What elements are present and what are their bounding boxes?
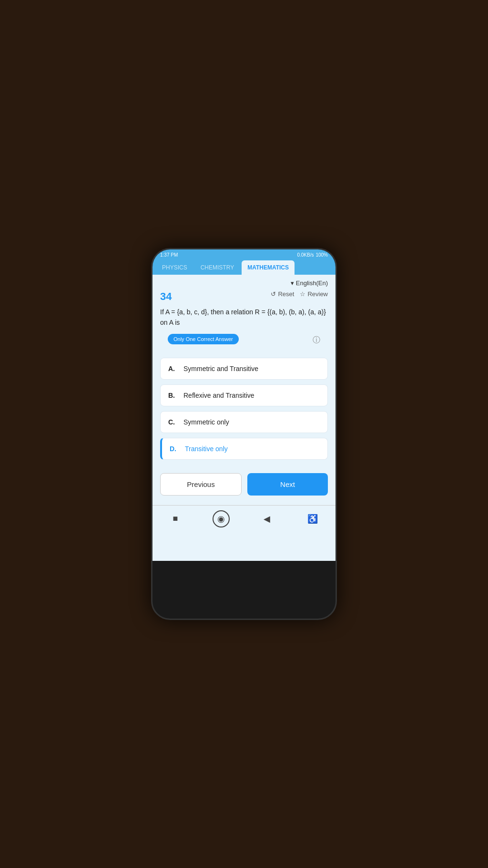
content-area: ▾ English(En) 34 ↺ Reset ☆ Review If A =… <box>152 275 336 561</box>
tab-chemistry[interactable]: CHEMISTRY <box>195 260 240 275</box>
info-icon: ⓘ <box>313 336 320 344</box>
phone-frame: 1:37 PM 0.0KB/s 100% PHYSICS CHEMISTRY M… <box>151 248 337 620</box>
reset-icon: ↺ <box>271 290 276 298</box>
chevron-down-icon: ▾ <box>291 279 294 287</box>
reset-label: Reset <box>278 290 294 298</box>
options-container: A. Symmetric and Transitive B. Reflexive… <box>152 354 336 464</box>
option-a-text: Symmetric and Transitive <box>183 365 258 372</box>
question-text: If A = {a, b, c, d}, then a relation R =… <box>152 303 336 334</box>
bottom-buttons: Previous Next <box>152 464 336 505</box>
signal-info: 0.0KB/s <box>297 252 314 258</box>
question-header: 34 ↺ Reset ☆ Review <box>152 289 336 303</box>
review-label: Review <box>307 290 328 298</box>
tab-physics[interactable]: PHYSICS <box>156 260 193 275</box>
option-c[interactable]: C. Symmetric only <box>160 411 328 433</box>
status-time: 1:37 PM <box>160 252 178 258</box>
info-button[interactable]: ⓘ <box>313 335 320 345</box>
question-number: 34 <box>160 290 172 303</box>
status-right: 0.0KB/s 100% <box>297 252 328 258</box>
language-selector-button[interactable]: ▾ English(En) <box>291 279 328 287</box>
previous-button[interactable]: Previous <box>160 473 242 496</box>
header-actions: ↺ Reset ☆ Review <box>271 290 328 298</box>
option-d-letter: D. <box>170 445 179 453</box>
battery-info: 100% <box>315 252 328 258</box>
option-b[interactable]: B. Reflexive and Transitive <box>160 384 328 406</box>
language-selector-container: ▾ English(En) <box>152 275 336 289</box>
option-b-text: Reflexive and Transitive <box>183 392 254 399</box>
option-a-letter: A. <box>168 365 178 372</box>
star-icon: ☆ <box>300 290 305 298</box>
answer-type-badge: Only One Correct Answer <box>168 334 239 344</box>
option-d-text: Transitive only <box>185 445 228 453</box>
accessibility-icon[interactable]: ♿ <box>304 510 321 527</box>
option-a[interactable]: A. Symmetric and Transitive <box>160 358 328 380</box>
option-c-letter: C. <box>168 418 178 426</box>
nav-bar: ■ ◉ ◀ ♿ <box>152 505 336 534</box>
option-d[interactable]: D. Transitive only <box>160 438 328 460</box>
status-bar: 1:37 PM 0.0KB/s 100% <box>152 249 336 260</box>
tab-bar: PHYSICS CHEMISTRY MATHEMATICS <box>152 260 336 275</box>
review-button[interactable]: ☆ Review <box>300 290 328 298</box>
back-icon[interactable]: ◀ <box>258 510 275 527</box>
option-c-text: Symmetric only <box>183 418 229 426</box>
option-b-letter: B. <box>168 392 178 399</box>
tab-mathematics[interactable]: MATHEMATICS <box>242 260 295 275</box>
language-label: English(En) <box>296 279 328 287</box>
circle-home-icon[interactable]: ◉ <box>213 510 230 527</box>
next-button[interactable]: Next <box>247 473 328 496</box>
reset-button[interactable]: ↺ Reset <box>271 290 294 298</box>
home-icon[interactable]: ■ <box>167 510 184 527</box>
